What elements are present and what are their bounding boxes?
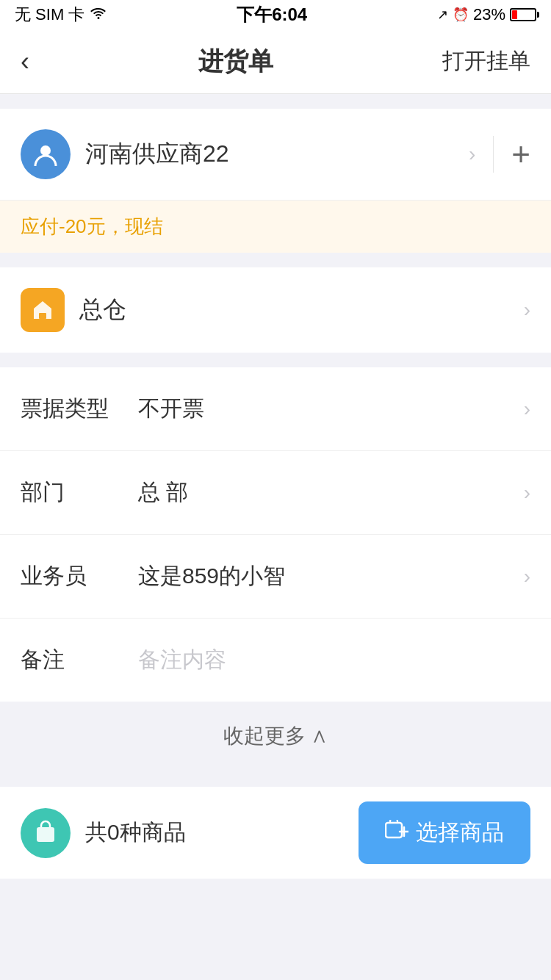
product-count: 共0种商品 [85, 818, 359, 848]
select-product-icon [385, 820, 408, 846]
gap-1 [0, 94, 551, 109]
svg-rect-3 [386, 823, 402, 837]
invoice-label: 票据类型 [21, 394, 123, 424]
supplier-card: 河南供应商22 › + 应付-20元，现结 [0, 109, 551, 253]
invoice-row[interactable]: 票据类型 不开票 › [0, 367, 551, 451]
nav-bar: ‹ 进货单 打开挂单 [0, 29, 551, 94]
collapse-label: 收起更多 ∧ [223, 724, 328, 747]
location-icon: ↗ [437, 7, 448, 23]
svg-rect-2 [37, 827, 54, 842]
warehouse-chevron-icon: › [524, 298, 530, 322]
status-right: ↗ ⏰ 23% [437, 5, 536, 24]
supplier-chevron-icon: › [469, 143, 475, 166]
wifi-icon [90, 5, 107, 24]
gap-2 [0, 253, 551, 267]
battery-percent: 23% [473, 5, 505, 24]
salesperson-value: 这是859的小智 [138, 561, 524, 591]
back-button[interactable]: ‹ [21, 46, 29, 77]
open-pending-button[interactable]: 打开挂单 [442, 46, 530, 76]
status-left: 无 SIM 卡 [15, 4, 107, 26]
select-product-button[interactable]: 选择商品 [359, 801, 530, 864]
remark-label: 备注 [21, 645, 123, 675]
warning-banner: 应付-20元，现结 [0, 201, 551, 253]
gap-4 [0, 771, 551, 785]
alarm-icon: ⏰ [453, 7, 469, 23]
dept-value: 总 部 [138, 478, 524, 508]
invoice-chevron-icon: › [524, 397, 530, 421]
dept-row[interactable]: 部门 总 部 › [0, 451, 551, 535]
supplier-row[interactable]: 河南供应商22 › + [0, 109, 551, 201]
salesperson-chevron-icon: › [524, 565, 530, 588]
warning-text: 应付-20元，现结 [21, 215, 163, 237]
invoice-value: 不开票 [138, 394, 524, 424]
add-supplier-button[interactable]: + [511, 138, 530, 170]
warehouse-name: 总仓 [79, 294, 524, 326]
collapse-row[interactable]: 收起更多 ∧ [0, 702, 551, 771]
svg-point-0 [40, 145, 51, 156]
form-section: 票据类型 不开票 › 部门 总 部 › 业务员 这是859的小智 › 备注 备注… [0, 367, 551, 702]
divider [493, 136, 494, 173]
warehouse-card[interactable]: 总仓 › [0, 267, 551, 353]
salesperson-row[interactable]: 业务员 这是859的小智 › [0, 535, 551, 619]
warehouse-icon [21, 288, 65, 332]
gap-3 [0, 353, 551, 367]
supplier-avatar [21, 129, 71, 179]
product-bar: 共0种商品 选择商品 [0, 787, 551, 879]
dept-label: 部门 [21, 478, 123, 508]
remark-input[interactable]: 备注内容 [138, 645, 530, 675]
product-icon [21, 808, 71, 858]
status-bar: 无 SIM 卡 下午6:04 ↗ ⏰ 23% [0, 0, 551, 29]
warehouse-row[interactable]: 总仓 › [0, 267, 551, 353]
salesperson-label: 业务员 [21, 561, 123, 591]
select-product-label: 选择商品 [416, 818, 504, 848]
carrier-label: 无 SIM 卡 [15, 4, 84, 26]
bottom-fill [0, 879, 551, 980]
svg-rect-1 [39, 313, 46, 319]
status-time: 下午6:04 [237, 3, 307, 26]
supplier-name: 河南供应商22 [85, 138, 469, 170]
page-title: 进货单 [198, 45, 273, 79]
remark-row[interactable]: 备注 备注内容 [0, 619, 551, 702]
dept-chevron-icon: › [524, 481, 530, 505]
battery-icon [510, 8, 536, 21]
